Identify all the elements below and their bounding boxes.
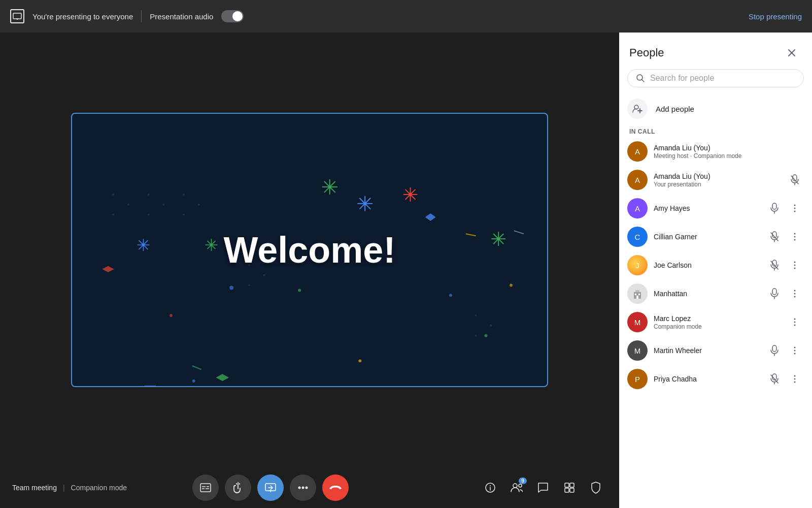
screen-share-button[interactable]	[257, 474, 284, 501]
list-item[interactable]: AAmanda Liu (You)Meeting host · Companio…	[619, 137, 812, 166]
svg-marker-37	[425, 214, 435, 221]
svg-line-53	[514, 231, 524, 234]
more-options-button[interactable]	[786, 256, 804, 274]
person-name: Amanda Liu (You)	[654, 172, 780, 180]
meeting-name: Team meeting	[12, 484, 57, 492]
person-name: Marc Lopez	[654, 314, 780, 323]
add-people-button[interactable]: Add people	[619, 93, 812, 124]
svg-point-106	[794, 205, 796, 206]
svg-point-82	[298, 487, 300, 489]
person-name: Priya Chadha	[654, 375, 759, 383]
more-options-button[interactable]	[786, 199, 804, 217]
svg-point-137	[794, 350, 796, 352]
mute-indicator[interactable]	[765, 256, 784, 274]
svg-point-133	[794, 325, 796, 326]
person-name: Amy Hayes	[654, 204, 759, 212]
activities-button[interactable]	[558, 477, 581, 499]
avatar: C	[627, 227, 648, 247]
person-info: Joe Carlson	[654, 261, 759, 269]
svg-point-119	[794, 265, 796, 266]
meeting-info: Team meeting | Companion mode	[12, 484, 127, 492]
shield-button[interactable]	[585, 477, 607, 499]
more-options-button[interactable]	[786, 313, 804, 331]
list-item[interactable]: AAmanda Liu (You)Your presentation	[619, 166, 812, 194]
companion-mode-label: Companion mode	[71, 484, 127, 492]
svg-point-42	[229, 285, 233, 290]
svg-rect-91	[570, 483, 574, 487]
svg-point-120	[794, 268, 796, 269]
person-info: Martin Wheeler	[654, 346, 759, 355]
mic-button[interactable]	[765, 341, 784, 360]
svg-rect-76	[200, 484, 211, 492]
list-item[interactable]: AAmy Hayes	[619, 194, 812, 223]
person-info: Amanda Liu (You)Your presentation	[654, 172, 780, 188]
mute-indicator[interactable]	[765, 370, 784, 388]
list-item[interactable]: MMartin Wheeler	[619, 336, 812, 365]
svg-point-66	[147, 214, 149, 216]
avatar: M	[627, 340, 648, 361]
svg-point-64	[147, 194, 149, 196]
audio-label: Presentation audio	[150, 12, 213, 21]
info-button[interactable]	[479, 477, 501, 499]
person-info: Marc LopezCompanion mode	[654, 314, 780, 330]
svg-point-49	[192, 379, 195, 383]
svg-point-143	[794, 378, 796, 380]
mic-button[interactable]	[765, 284, 784, 303]
svg-point-129	[794, 293, 796, 295]
svg-point-89	[519, 484, 522, 487]
stop-presenting-button[interactable]: Stop presenting	[749, 12, 802, 21]
svg-point-47	[358, 359, 361, 362]
svg-point-74	[490, 325, 492, 327]
svg-rect-126	[772, 289, 776, 295]
svg-point-114	[794, 239, 796, 241]
people-button[interactable]: 9	[505, 477, 528, 499]
presenting-text: You're presenting to everyone	[32, 12, 133, 21]
end-call-button[interactable]	[322, 474, 349, 501]
svg-point-45	[449, 294, 452, 297]
more-options-button[interactable]	[786, 370, 804, 388]
left-area: Welcome! Team meeting | Companion mode	[0, 33, 619, 508]
svg-point-68	[198, 204, 200, 206]
svg-point-44	[170, 314, 173, 317]
pipe: |	[63, 484, 65, 492]
svg-point-62	[127, 204, 129, 206]
svg-point-118	[794, 262, 796, 263]
audio-toggle[interactable]	[221, 10, 244, 22]
caption-button[interactable]	[192, 474, 219, 501]
svg-line-97	[642, 80, 645, 82]
list-item[interactable]: JJoe Carlson	[619, 251, 812, 279]
person-info: Manhattan	[654, 290, 759, 298]
panel-close-button[interactable]	[782, 43, 802, 63]
search-bar[interactable]	[627, 69, 804, 87]
person-info: Priya Chadha	[654, 375, 759, 383]
mic-button[interactable]	[765, 199, 784, 217]
chat-button[interactable]	[532, 477, 554, 499]
more-options-button[interactable]	[290, 474, 316, 501]
right-controls: 9	[479, 477, 607, 499]
list-item[interactable]: PPriya Chadha	[619, 365, 812, 393]
person-info: Amanda Liu (You)Meeting host · Companion…	[654, 144, 798, 160]
list-item[interactable]: Manhattan	[619, 279, 812, 308]
svg-marker-40	[102, 266, 114, 272]
more-options-button[interactable]	[786, 284, 804, 303]
more-options-button[interactable]	[786, 228, 804, 246]
svg-rect-104	[772, 203, 776, 209]
divider	[141, 10, 142, 22]
list-item[interactable]: MMarc LopezCompanion mode	[619, 308, 812, 336]
svg-point-107	[794, 208, 796, 209]
person-name: Joe Carlson	[654, 261, 759, 269]
person-actions	[786, 171, 804, 189]
welcome-text: Welcome!	[224, 229, 396, 271]
svg-point-65	[162, 204, 164, 206]
svg-point-130	[794, 296, 796, 298]
person-actions	[765, 256, 804, 274]
svg-point-131	[794, 319, 796, 320]
list-item[interactable]: CCillian Garner	[619, 223, 812, 251]
mute-indicator[interactable]	[786, 171, 804, 189]
more-options-button[interactable]	[786, 341, 804, 360]
mute-indicator[interactable]	[765, 228, 784, 246]
person-status: Your presentation	[654, 181, 780, 188]
svg-point-75	[475, 335, 477, 337]
search-input[interactable]	[650, 74, 795, 83]
raise-hand-button[interactable]	[225, 474, 251, 501]
